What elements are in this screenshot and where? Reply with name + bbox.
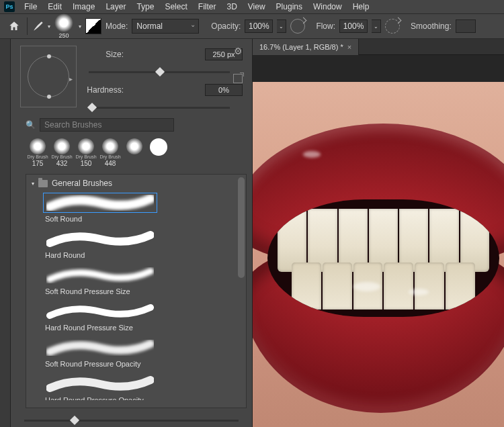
menu-plugins[interactable]: Plugins	[271, 2, 308, 11]
opacity-flyout[interactable]: ⌄	[277, 19, 286, 33]
recent-brush[interactable]	[122, 137, 146, 169]
brush-item-label: Hard Round Pressure Opacity	[44, 393, 239, 400]
chevron-down-icon[interactable]: ▾	[79, 23, 81, 30]
airbrush-toggle[interactable]	[385, 19, 400, 34]
brush-item-soft-round-pressure-opacity[interactable]: Soft Round Pressure Opacity	[44, 338, 239, 372]
mode-label: Mode:	[106, 21, 128, 31]
disclosure-triangle-icon: ▾	[32, 181, 34, 187]
brush-item-label: Hard Round Pressure Size	[44, 321, 239, 336]
menu-file[interactable]: File	[19, 2, 42, 11]
flow-input[interactable]: 100%	[339, 19, 368, 33]
search-icon: 🔍	[26, 120, 36, 130]
recent-brush[interactable]: Dry Brush432	[50, 137, 74, 169]
menu-edit[interactable]: Edit	[42, 2, 67, 11]
scrollbar[interactable]	[238, 177, 245, 278]
menu-3d[interactable]: 3D	[221, 2, 242, 11]
home-button[interactable]	[5, 17, 23, 35]
brush-item-soft-round[interactable]: Soft Round	[44, 193, 239, 227]
brush-list: ▾ General Brushes Soft Round Hard Round …	[26, 174, 247, 408]
angle-control-frame: ▸	[20, 46, 77, 107]
recent-brushes: Dry Brush175 Dry Brush432 Dry Brush150 D…	[11, 137, 252, 174]
popout-button[interactable]	[233, 74, 243, 83]
app-logo: Ps	[4, 1, 15, 12]
collapsed-panel-strip[interactable]	[0, 39, 11, 427]
opacity-pressure-toggle[interactable]	[290, 19, 305, 34]
size-label: Size:	[86, 50, 124, 59]
flow-flyout[interactable]: ⌄	[372, 19, 381, 33]
folder-icon	[38, 180, 48, 187]
search-brushes-input[interactable]: Search Brushes	[40, 118, 174, 132]
brush-settings-toggle[interactable]	[85, 18, 101, 34]
brush-preset-picker[interactable]: 250	[54, 13, 73, 39]
flow-label: Flow:	[316, 21, 335, 31]
brush-item-label: Hard Round	[44, 248, 239, 263]
gear-icon[interactable]: ⚙	[234, 46, 243, 56]
canvas-image	[253, 82, 504, 427]
opacity-label: Opacity:	[211, 21, 241, 31]
smoothing-input[interactable]	[456, 19, 476, 33]
brush-group-header[interactable]: ▾ General Brushes	[26, 175, 246, 192]
brush-item-label: Soft Round Pressure Size	[44, 285, 239, 299]
menu-help[interactable]: Help	[347, 2, 375, 11]
close-icon[interactable]: ×	[347, 43, 351, 51]
opacity-input[interactable]: 100%	[245, 19, 273, 33]
size-slider[interactable]	[89, 71, 230, 73]
options-bar: ▾ 250 ▾ Mode: Normal Opacity: 100% ⌄ Flo…	[0, 13, 504, 39]
recent-brush[interactable]: Dry Brush175	[26, 137, 50, 169]
document-area: 16.7% (Layer 1, RGB/8) * ×	[253, 39, 504, 427]
menu-window[interactable]: Window	[308, 2, 347, 11]
brush-preview-size-slider[interactable]	[11, 414, 252, 427]
brush-item-soft-round-pressure-size[interactable]: Soft Round Pressure Size	[44, 266, 239, 299]
menu-layer[interactable]: Layer	[100, 2, 131, 11]
blend-mode-select[interactable]: Normal	[132, 19, 199, 34]
blend-mode-value: Normal	[136, 21, 163, 31]
arrow-right-icon: ▸	[69, 75, 73, 83]
menu-image[interactable]: Image	[67, 2, 100, 11]
menu-view[interactable]: View	[243, 2, 271, 11]
document-tab[interactable]: 16.7% (Layer 1, RGB/8) * ×	[253, 39, 359, 55]
brush-size-readout: 250	[58, 32, 69, 39]
hardness-label: Hardness:	[86, 85, 124, 95]
smoothing-label: Smoothing:	[411, 21, 452, 31]
brush-group-label: General Brushes	[52, 179, 112, 188]
menu-type[interactable]: Type	[131, 2, 159, 11]
brush-item-label: Soft Round Pressure Opacity	[44, 357, 239, 372]
document-tab-bar: 16.7% (Layer 1, RGB/8) * ×	[253, 39, 504, 55]
chevron-down-icon: ▾	[48, 23, 50, 30]
workspace: ▸ Size: 250 px Hardness: 0% ⚙	[0, 39, 504, 427]
menu-filter[interactable]: Filter	[193, 2, 222, 11]
brush-panel-header: ▸ Size: 250 px Hardness: 0% ⚙	[11, 39, 252, 115]
menu-select[interactable]: Select	[159, 2, 192, 11]
menu-bar: Ps File Edit Image Layer Type Select Fil…	[0, 0, 504, 13]
brush-preview-icon	[54, 13, 73, 32]
brush-item-hard-round-pressure-size[interactable]: Hard Round Pressure Size	[44, 302, 239, 336]
document-tab-title: 16.7% (Layer 1, RGB/8) *	[259, 43, 343, 51]
canvas[interactable]	[253, 55, 504, 427]
brush-item-label: Soft Round	[44, 212, 239, 227]
recent-brush[interactable]: Dry Brush150	[74, 137, 98, 169]
brush-angle-control[interactable]: ▸	[28, 56, 69, 97]
hardness-slider[interactable]	[89, 107, 230, 109]
recent-brush[interactable]: Dry Brush448	[98, 137, 122, 169]
brush-panel: ▸ Size: 250 px Hardness: 0% ⚙	[11, 39, 253, 427]
tool-preset-picker[interactable]: ▾	[32, 19, 50, 33]
brush-item-hard-round-pressure-opacity[interactable]: Hard Round Pressure Opacity	[44, 375, 239, 400]
brush-item-hard-round[interactable]: Hard Round	[44, 230, 239, 263]
hardness-input[interactable]: 0%	[205, 84, 243, 96]
recent-brush[interactable]	[146, 137, 171, 169]
